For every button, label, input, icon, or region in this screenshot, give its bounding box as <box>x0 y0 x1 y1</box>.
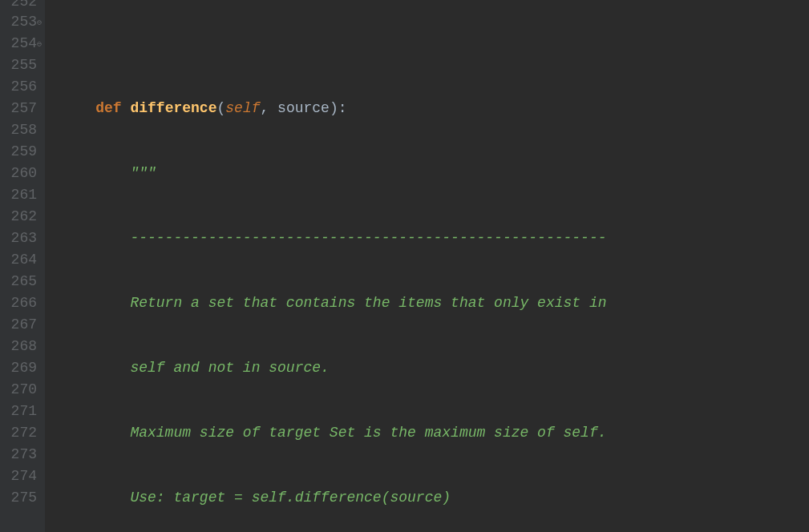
line-number: 266 <box>6 292 37 314</box>
fold-icon[interactable]: ⊖ <box>37 11 42 33</box>
docstring-line: """ <box>61 163 809 184</box>
line-number: 262 <box>6 206 37 228</box>
line-number: 263 <box>6 228 37 249</box>
line-number: 275 <box>6 487 37 509</box>
line-number: 259 <box>6 141 37 163</box>
code-line: def difference(self, source): <box>61 98 809 119</box>
line-number: 265 <box>6 271 37 292</box>
line-number: 261 <box>6 184 37 206</box>
line-number: 270 <box>6 379 37 401</box>
line-number: 273 <box>6 444 37 466</box>
code-content[interactable]: def difference(self, source): """ ------… <box>45 0 809 532</box>
docstring-line: Use: target = self.difference(source) <box>61 487 809 509</box>
line-number: 258 <box>6 119 37 141</box>
docstring-line: self and not in source. <box>61 357 809 379</box>
code-line <box>61 43 809 54</box>
line-number: 274 <box>6 466 37 487</box>
line-number: 260 <box>6 163 37 184</box>
code-editor: 252 253⊖ 254⊖ 255 256 257 258 259 260 26… <box>0 0 809 532</box>
fold-icon[interactable]: ⊖ <box>37 33 42 54</box>
line-number: 269 <box>6 357 37 379</box>
docstring-line: Maximum size of target Set is the maximu… <box>61 422 809 444</box>
function-name: difference <box>130 100 216 116</box>
keyword-def: def <box>95 100 130 116</box>
line-number: 255 <box>6 54 37 76</box>
line-number: 256 <box>6 76 37 98</box>
line-number: 268 <box>6 336 37 357</box>
line-number: 264 <box>6 249 37 271</box>
line-number: 272 <box>6 422 37 444</box>
line-number: 252 <box>6 0 37 11</box>
line-number: 253⊖ <box>6 11 37 33</box>
line-number: 254⊖ <box>6 33 37 54</box>
docstring-line: Return a set that contains the items tha… <box>61 292 809 314</box>
line-number: 257 <box>6 98 37 119</box>
line-number: 267 <box>6 314 37 336</box>
keyword-self: self <box>225 100 260 116</box>
line-number-gutter: 252 253⊖ 254⊖ 255 256 257 258 259 260 26… <box>0 0 45 532</box>
docstring-line: ----------------------------------------… <box>61 228 809 249</box>
line-number: 271 <box>6 401 37 422</box>
